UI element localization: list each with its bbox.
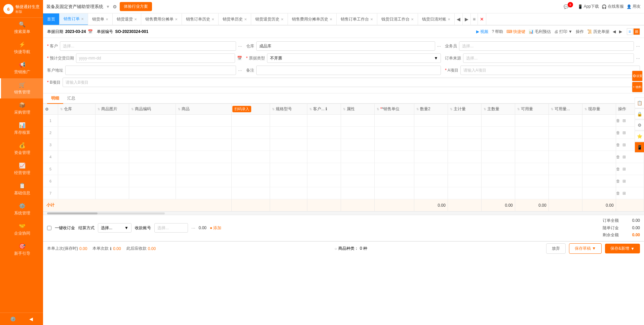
- sidebar-item-quicknav[interactable]: ⚡ 快捷导航: [0, 38, 43, 58]
- row-3-warehouse[interactable]: [58, 139, 95, 151]
- row-4-warehouse[interactable]: [58, 151, 95, 163]
- tab-close-refund-history[interactable]: ✕: [281, 17, 283, 21]
- tab-close-cash-reconcile[interactable]: ✕: [448, 17, 450, 21]
- sidebar-item-marketing[interactable]: 📢 营销推广: [0, 58, 43, 78]
- row-1-attributes[interactable]: [341, 115, 375, 127]
- tab-summary[interactable]: 汇总: [63, 93, 79, 104]
- tabs-prev-btn[interactable]: ◀: [455, 13, 463, 25]
- save-new-button[interactable]: 保存&新增 ▼: [605, 244, 640, 253]
- add-material-btn[interactable]: + 物料: [632, 82, 643, 92]
- row-1-available[interactable]: [515, 115, 548, 127]
- tab-close-sales-return[interactable]: ✕: [106, 17, 108, 21]
- footer-add-btn[interactable]: ● 添加: [210, 225, 221, 231]
- col-scan[interactable]: 扫码录入: [232, 104, 270, 115]
- row-3-product[interactable]: [176, 139, 232, 151]
- row-2-copy-icon[interactable]: ⊞: [622, 130, 626, 135]
- sidebar-collapse-icon[interactable]: ◀: [29, 316, 33, 322]
- row-2-product[interactable]: [176, 127, 232, 139]
- tab-sales-fee-history[interactable]: 销售费用分摊单历史 ✕: [288, 13, 337, 25]
- sidebar-item-enterprise[interactable]: 🤝 企业协同: [0, 219, 43, 240]
- row-2-warehouse[interactable]: [58, 127, 95, 139]
- row-3-qty2[interactable]: [414, 139, 448, 151]
- order-source-input[interactable]: 选择...: [463, 53, 634, 63]
- calendar-icon[interactable]: 📅: [88, 29, 93, 34]
- row-5-delete-icon[interactable]: 🗑: [616, 167, 620, 171]
- history-btn[interactable]: 📜 历史单据: [587, 29, 609, 35]
- row-2-available2[interactable]: [548, 127, 582, 139]
- row-1-product[interactable]: [176, 115, 232, 127]
- sidebar-item-finance[interactable]: 💰 资金管理: [0, 139, 43, 159]
- account-more-btn[interactable]: ···: [191, 225, 195, 231]
- shortcut-btn[interactable]: ⌨ 快捷键: [506, 29, 525, 35]
- tabs-close-btn[interactable]: ✕: [478, 13, 486, 25]
- tab-sales-return[interactable]: 销货单 ✕: [88, 13, 113, 25]
- tab-close-order-history[interactable]: ✕: [212, 17, 214, 21]
- row-1-product-image[interactable]: [95, 115, 129, 127]
- tab-close-cash-workspace[interactable]: ✕: [411, 17, 414, 21]
- side-icon-3[interactable]: ⚙: [635, 120, 644, 130]
- row-1-spec[interactable]: [270, 115, 307, 127]
- row-1-sales-unit[interactable]: [374, 115, 414, 127]
- row-3-available[interactable]: [515, 139, 548, 151]
- row-1-delete-icon[interactable]: 🗑: [616, 118, 620, 123]
- side-icon-5[interactable]: 📱: [635, 142, 644, 153]
- row-2-attributes[interactable]: [341, 127, 375, 139]
- operate-btn[interactable]: 操作: [576, 29, 584, 35]
- save-draft-button[interactable]: 保存草稿 ▼: [569, 243, 602, 254]
- row-3-current-stock[interactable]: [582, 139, 616, 151]
- discard-button[interactable]: 放弃: [546, 243, 566, 254]
- row-3-available2[interactable]: [548, 139, 582, 151]
- row-1-copy-icon[interactable]: ⊞: [622, 118, 626, 123]
- row-1-customer-code[interactable]: [307, 115, 341, 127]
- b-project-input[interactable]: [63, 78, 640, 87]
- table-settings-icon[interactable]: ⚙: [45, 107, 49, 112]
- sidebar-item-basic[interactable]: 📋 基础信息: [0, 179, 43, 199]
- tab-sales-refund-history[interactable]: 销货退货历史 ✕: [251, 13, 288, 25]
- tabs-list-btn[interactable]: ≡: [471, 13, 478, 25]
- row-3-spec[interactable]: [270, 139, 307, 151]
- payment-method-select[interactable]: 选择... ▼: [98, 223, 131, 233]
- tab-sales-order[interactable]: 销售订单 ✕: [60, 13, 88, 25]
- sidebar-item-purchase[interactable]: 📦 采购管理: [0, 98, 43, 119]
- sidebar-item-sales[interactable]: 🛒 销售管理: [0, 78, 43, 98]
- row-2-current-stock[interactable]: [582, 127, 616, 139]
- row-2-customer-code[interactable]: [307, 127, 341, 139]
- row-3-main-qty[interactable]: [481, 139, 515, 151]
- row-2-sales-unit[interactable]: [374, 127, 414, 139]
- row-2-main-qty[interactable]: [481, 127, 515, 139]
- row-1-warehouse[interactable]: [58, 115, 95, 127]
- scan-btn[interactable]: 扫码录入: [232, 106, 251, 112]
- print-btn[interactable]: 🖨 打印 ▼: [554, 29, 572, 35]
- solution-button[interactable]: 体验行业方案: [120, 2, 152, 11]
- topbar-dropdown-icon[interactable]: ▼: [106, 4, 110, 9]
- tab-close-order-workspace[interactable]: ✕: [370, 17, 373, 21]
- row-6-copy-icon[interactable]: ⊞: [622, 179, 626, 184]
- order-source-more-btn[interactable]: ···: [636, 55, 640, 61]
- nav-next-btn[interactable]: ▶: [619, 29, 622, 34]
- tab-order-workspace[interactable]: 销售订单工作台 ✕: [337, 13, 377, 25]
- tabs-next-btn[interactable]: ▶: [463, 13, 471, 25]
- row-7-copy-icon[interactable]: ⊞: [622, 191, 626, 196]
- side-icon-1[interactable]: 📋: [635, 97, 644, 108]
- tab-cash-workspace[interactable]: 钱货日清工作台 ✕: [377, 13, 418, 25]
- row-5-copy-icon[interactable]: ⊞: [622, 167, 626, 171]
- row-3-customer-code[interactable]: [307, 139, 341, 151]
- row-3-copy-icon[interactable]: ⊞: [622, 143, 626, 147]
- side-icon-2[interactable]: 🔒: [635, 109, 644, 119]
- topbar-settings-icon[interactable]: ⚙: [113, 4, 117, 9]
- row-2-main-unit[interactable]: [448, 127, 481, 139]
- help-btn[interactable]: ? 帮助: [492, 29, 503, 35]
- side-icon-4[interactable]: ⭐: [635, 131, 644, 141]
- tab-sales-order-history[interactable]: 销售订单历史 ✕: [182, 13, 219, 25]
- row-3-product-image[interactable]: [95, 139, 129, 151]
- delivery-date-input[interactable]: [76, 53, 235, 63]
- user-btn[interactable]: 👤 用友: [627, 4, 641, 9]
- row-4-delete-icon[interactable]: 🗑: [616, 155, 620, 159]
- online-service-btn[interactable]: 🎧 在线客服: [602, 4, 624, 9]
- row-3-attributes[interactable]: [341, 139, 375, 151]
- address-more-btn[interactable]: ···: [238, 68, 242, 73]
- sidebar-item-inventory[interactable]: 📊 库存核算: [0, 119, 43, 139]
- row-4-copy-icon[interactable]: ⊞: [622, 155, 626, 159]
- tab-sales-refund[interactable]: 销货退货 ✕: [113, 13, 141, 25]
- row-7-delete-icon[interactable]: 🗑: [616, 191, 620, 196]
